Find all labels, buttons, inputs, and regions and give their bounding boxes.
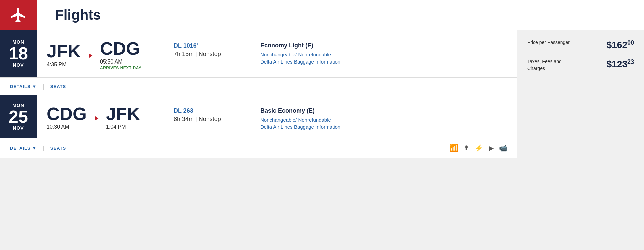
destination-code-2: JFK <box>106 105 140 123</box>
footer-separator-1: | <box>43 83 44 90</box>
month-2: NOV <box>13 125 24 131</box>
origin-airport-1: JFK 4:35 PM <box>47 42 81 68</box>
origin-code-1: JFK <box>47 42 81 60</box>
seats-link-1[interactable]: SEATS <box>50 84 66 89</box>
destination-airport-2: JFK 1:04 PM <box>106 105 140 130</box>
flight-footer-2: DETAILS ▼ | SEATS 📶 ✟ ⚡ ▶ 📹 <box>0 138 517 158</box>
fare-link1-1[interactable]: Nonchangeable/ Nonrefundable <box>260 52 377 57</box>
power-icon: ⚡ <box>475 144 483 152</box>
taxes-value: $12323 <box>607 58 634 70</box>
origin-time-2: 10:30 AM <box>47 124 87 130</box>
origin-time-1: 4:35 PM <box>47 61 81 68</box>
fare-link2-1[interactable]: Delta Air Lines Baggage Information <box>260 59 377 65</box>
flight-info-area-1: JFK 4:35 PM CDG 05:50 AM ARRIVES NEXT DA… <box>37 30 517 77</box>
flight-number-1: DL 10161 <box>174 42 240 49</box>
flight-details-section-1: DL 10161 7h 15m | Nonstop <box>174 39 240 58</box>
arrives-next-day-1: ARRIVES NEXT DAY <box>100 66 141 70</box>
flight-details-section-2: DL 263 8h 34m | Nonstop <box>174 105 240 123</box>
page-title: Flights <box>55 7 101 23</box>
camera-icon: 📹 <box>499 144 507 152</box>
price-panel: Price per Passenger $16200 Taxes, Fees a… <box>517 30 644 158</box>
flight-date-1: MON 18 NOV <box>0 30 37 77</box>
route-section-2: CDG 10:30 AM JFK 1:04 PM <box>47 105 174 130</box>
flight-number-2: DL 263 <box>174 107 240 114</box>
destination-time-2: 1:04 PM <box>106 124 140 130</box>
origin-code-2: CDG <box>47 105 87 123</box>
details-link-2[interactable]: DETAILS ▼ <box>10 146 37 151</box>
price-per-passenger: Price per Passenger $16200 <box>527 39 634 50</box>
amenity-icons: 📶 ✟ ⚡ ▶ 📹 <box>449 144 507 152</box>
flight-row-1: MON 18 NOV JFK 4:35 PM <box>0 30 517 95</box>
fare-section-1: Economy Light (E) Nonchangeable/ Nonrefu… <box>260 39 377 66</box>
details-link-1[interactable]: DETAILS ▼ <box>10 84 37 89</box>
wifi-icon: 📶 <box>449 144 458 152</box>
flight-date-2: MON 25 NOV <box>0 95 37 138</box>
screen-icon: ▶ <box>489 144 494 152</box>
destination-code-1: CDG <box>100 39 141 57</box>
flights-list: MON 18 NOV JFK 4:35 PM <box>0 30 517 158</box>
fare-class-2: Basic Economy (E) <box>260 107 377 114</box>
day-num-2: 25 <box>9 108 28 125</box>
usb-icon: ✟ <box>464 144 469 152</box>
route-section-1: JFK 4:35 PM CDG 05:50 AM ARRIVES NEXT DA… <box>47 39 174 70</box>
taxes-label: Taxes, Fees and Charges <box>527 58 574 72</box>
flight-duration-1: 7h 15m | Nonstop <box>174 51 240 58</box>
fare-link1-2[interactable]: Nonchangeable/ Nonrefundable <box>260 117 377 123</box>
route-arrow-2 <box>93 111 100 123</box>
flight-duration-2: 8h 34m | Nonstop <box>174 116 240 123</box>
fare-section-2: Basic Economy (E) Nonchangeable/ Nonrefu… <box>260 105 377 131</box>
flight-row-2: MON 25 NOV CDG 10:30 AM <box>0 95 517 158</box>
footer-separator-2: | <box>43 145 44 152</box>
month-1: NOV <box>13 62 24 68</box>
flight-main-info-2: CDG 10:30 AM JFK 1:04 PM <box>37 95 517 138</box>
flight-footer-1: DETAILS ▼ | SEATS <box>0 77 517 95</box>
origin-airport-2: CDG 10:30 AM <box>47 105 87 130</box>
price-per-passenger-label: Price per Passenger <box>527 39 570 46</box>
plane-icon <box>10 6 27 24</box>
page-header: Flights <box>0 0 644 30</box>
destination-time-1: 05:50 AM <box>100 59 141 65</box>
taxes-fees: Taxes, Fees and Charges $12323 <box>527 58 634 72</box>
header-icon-box <box>0 0 37 30</box>
main-content: MON 18 NOV JFK 4:35 PM <box>0 30 644 158</box>
price-per-passenger-value: $16200 <box>607 39 634 50</box>
flight-info-area-2: CDG 10:30 AM JFK 1:04 PM <box>37 95 517 138</box>
day-num-1: 18 <box>9 45 28 62</box>
seats-link-2[interactable]: SEATS <box>50 146 66 151</box>
flight-main-info-1: JFK 4:35 PM CDG 05:50 AM ARRIVES NEXT DA… <box>37 30 517 77</box>
fare-link2-2[interactable]: Delta Air Lines Baggage Information <box>260 124 377 130</box>
destination-airport-1: CDG 05:50 AM ARRIVES NEXT DAY <box>100 39 141 70</box>
fare-class-1: Economy Light (E) <box>260 42 377 49</box>
route-arrow-1 <box>87 49 94 61</box>
